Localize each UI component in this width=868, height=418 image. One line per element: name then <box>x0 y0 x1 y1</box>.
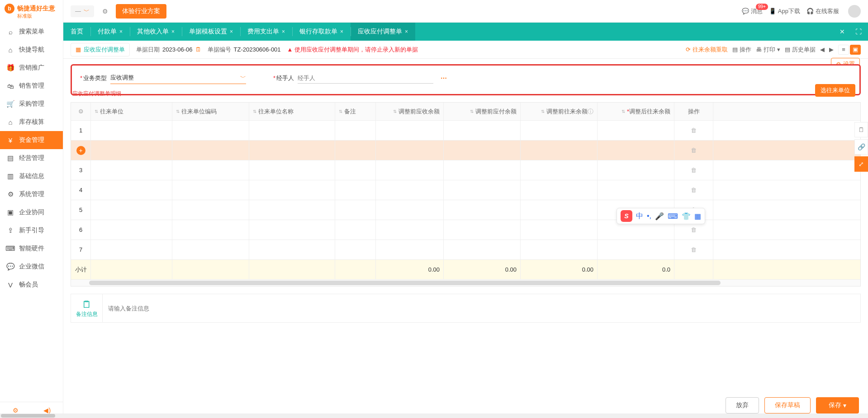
tab-close-icon[interactable]: × <box>171 28 175 35</box>
page-scrollbar[interactable] <box>0 413 868 418</box>
biz-type-select[interactable]: 应收调整 ﹀ <box>110 72 246 84</box>
tab-close-all[interactable]: ✕ <box>835 25 849 38</box>
messages-link[interactable]: 💬 消息 99+ <box>742 7 763 15</box>
delete-row-icon[interactable]: 🗑 <box>691 226 697 233</box>
sidebar-item[interactable]: ⌨智能硬件 <box>0 240 63 258</box>
table-row[interactable]: 5🗑 <box>71 200 860 220</box>
help-icon[interactable]: ⓘ <box>588 108 593 116</box>
tab[interactable]: 费用支出单× <box>240 23 292 41</box>
sidebar-item[interactable]: 🎁营销推广 <box>0 59 63 77</box>
tab-close-icon[interactable]: × <box>119 28 123 35</box>
try-industry-button[interactable]: 体验行业方案 <box>116 4 166 19</box>
abandon-button[interactable]: 放弃 <box>726 397 759 413</box>
delete-row-icon[interactable]: 🗑 <box>691 246 697 253</box>
sidebar-item[interactable]: 💬企业微信 <box>0 258 63 276</box>
float-link-icon[interactable]: 🔗 <box>854 139 868 155</box>
settings-gear[interactable]: ⚙ <box>99 5 111 18</box>
sidebar-item[interactable]: 🛍销售管理 <box>0 77 63 95</box>
view-list[interactable]: ≡ <box>838 45 849 55</box>
sidebar-item[interactable]: ⇪新手引导 <box>0 221 63 240</box>
avatar[interactable] <box>848 5 861 18</box>
col-remark[interactable]: 备注 <box>335 103 376 120</box>
doc-no-value: TZ-20230606-001 <box>234 46 281 53</box>
tab[interactable]: 应收应付调整单× <box>351 23 415 41</box>
sidebar-item[interactable]: ▤经营管理 <box>0 149 63 167</box>
float-expand-icon[interactable]: ⤢ <box>854 156 868 172</box>
handler-picker[interactable]: ⋯ <box>441 75 447 82</box>
col-op: 操作 <box>674 103 713 120</box>
delete-row-icon[interactable]: 🗑 <box>691 147 697 154</box>
ime-mic-icon[interactable]: 🎤 <box>655 212 664 221</box>
message-icon: 💬 <box>742 8 749 14</box>
doc-no-label: 单据编号 <box>208 46 231 54</box>
ime-skin-icon[interactable]: 👕 <box>682 212 691 221</box>
history-action[interactable]: ▤历史单据 <box>785 46 816 54</box>
sidebar-item[interactable]: ⚙系统管理 <box>0 185 63 203</box>
tab-close-icon[interactable]: × <box>405 28 408 35</box>
calendar-icon[interactable]: 🗓 <box>195 46 201 53</box>
sidebar-item[interactable]: ⌂库存核算 <box>0 113 63 131</box>
tab[interactable]: 首页 <box>63 23 90 41</box>
col-post-bal[interactable]: *调整后往来余额 <box>598 103 674 120</box>
delete-row-icon[interactable]: 🗑 <box>691 127 697 134</box>
sidebar: b 畅捷通好生意 标准版 ⌕搜索菜单⌂快捷导航🎁营销推广🛍销售管理🛒采购管理⌂库… <box>0 0 63 418</box>
sidebar-item-label: 新手引导 <box>19 226 44 235</box>
table-hscroll[interactable] <box>71 280 860 286</box>
table-row[interactable]: 4🗑 <box>71 180 860 200</box>
delete-row-icon[interactable]: 🗑 <box>691 187 697 193</box>
ime-lang[interactable]: 中 <box>636 211 643 221</box>
doc-date-value[interactable]: 2023-06-06 <box>162 46 193 53</box>
table-row[interactable]: +🗑 <box>71 141 860 160</box>
col-pre-bal[interactable]: 调整前往来余额 ⓘ <box>521 103 598 120</box>
delete-row-icon[interactable]: 🗑 <box>691 167 697 174</box>
refetch-balance-action[interactable]: ⟳往来余额重取 <box>686 46 728 54</box>
tab-close-icon[interactable]: × <box>230 28 233 35</box>
sidebar-item[interactable]: ▣企业协同 <box>0 203 63 221</box>
sidebar-item[interactable]: 🛒采购管理 <box>0 95 63 113</box>
sidebar-item[interactable]: ⌂快捷导航 <box>0 41 63 59</box>
tab-close-icon[interactable]: × <box>282 28 285 35</box>
save-button[interactable]: 保存▾ <box>816 397 859 413</box>
handler-input[interactable] <box>298 73 433 84</box>
table-row[interactable]: 1🗑 <box>71 121 860 141</box>
ime-keyboard-icon[interactable]: ⌨ <box>668 212 678 221</box>
col-unit-name[interactable]: 往来单位名称 <box>249 103 335 120</box>
add-row-button[interactable]: + <box>76 146 85 155</box>
float-note-icon[interactable]: 🗒 <box>854 122 868 137</box>
col-unit-code[interactable]: 往来单位编码 <box>172 103 249 120</box>
detail-section-title: 应收应付调整单明细 <box>72 90 861 98</box>
table-row[interactable]: 7🗑 <box>71 240 860 260</box>
sidebar-item[interactable]: ⌕搜索菜单 <box>0 23 63 41</box>
table-row[interactable]: 6🗑 <box>71 220 860 240</box>
ime-punct-icon[interactable]: •, <box>647 212 651 220</box>
save-draft-button[interactable]: 保存草稿 <box>764 397 811 413</box>
sidebar-item-label: 企业协同 <box>19 208 44 216</box>
col-unit[interactable]: 往来单位 <box>91 103 172 120</box>
tab-expand[interactable]: ⛶ <box>852 25 865 38</box>
tab[interactable]: 单据模板设置× <box>182 23 240 41</box>
view-detail[interactable]: ▣ <box>850 45 861 55</box>
handler-label: 经手人 <box>276 75 294 81</box>
tab-label: 付款单 <box>98 28 117 36</box>
operate-action[interactable]: ▤操作 <box>732 46 751 54</box>
column-settings-icon[interactable]: ⚙ <box>78 108 84 115</box>
tab-close-icon[interactable]: × <box>340 28 343 35</box>
print-action[interactable]: 🖶打印▾ <box>756 46 780 54</box>
remark-input[interactable] <box>103 294 860 322</box>
prev-doc[interactable]: ◀ <box>820 46 825 53</box>
col-pre-pay[interactable]: 调整前应付余额 <box>444 103 521 120</box>
tab[interactable]: 其他收入单× <box>130 23 182 41</box>
org-selector[interactable]: — ﹀ <box>71 5 94 17</box>
online-support-link[interactable]: 🎧 在线客服 <box>806 7 839 15</box>
tab[interactable]: 银行存取款单× <box>292 23 351 41</box>
sidebar-item[interactable]: ▥基础信息 <box>0 167 63 185</box>
tab[interactable]: 付款单× <box>90 23 130 41</box>
next-doc[interactable]: ▶ <box>829 46 834 53</box>
ime-toolbar[interactable]: S 中 •, 🎤 ⌨ 👕 ▦ <box>617 208 705 224</box>
sidebar-item[interactable]: V畅会员 <box>0 276 63 294</box>
sidebar-item[interactable]: ¥资金管理 <box>0 131 63 149</box>
ime-toolbox-icon[interactable]: ▦ <box>694 212 701 221</box>
table-row[interactable]: 3🗑 <box>71 160 860 180</box>
col-pre-recv[interactable]: 调整前应收余额 <box>376 103 444 120</box>
app-download-link[interactable]: 📱 App下载 <box>769 7 800 15</box>
